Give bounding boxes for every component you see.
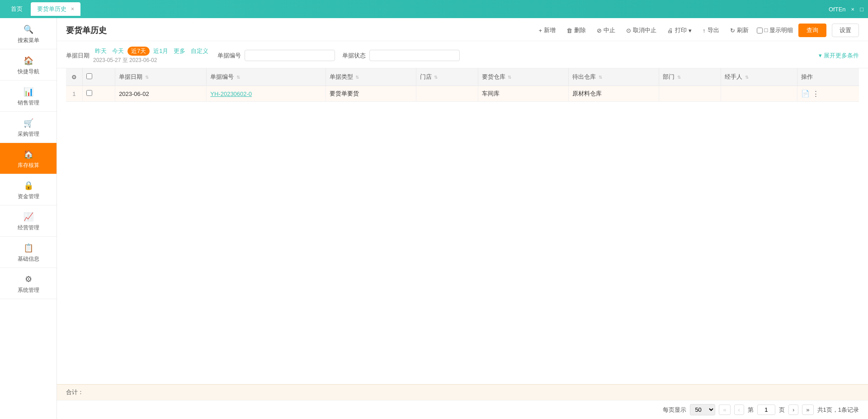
refresh-button[interactable]: ↻ 刷新 bbox=[727, 24, 751, 36]
date-shortcuts: 昨天 今天 近7天 近1月 更多 自定义 bbox=[93, 47, 210, 56]
order-no-label: 单据编号 bbox=[217, 52, 241, 60]
expand-more-button[interactable]: ▾ 展开更多条件 bbox=[819, 52, 859, 60]
row-department bbox=[659, 86, 721, 102]
row-edit-icon[interactable]: 📄 bbox=[801, 90, 810, 98]
page-suffix: 页 bbox=[779, 406, 785, 414]
stop-button[interactable]: ⊘ 中止 bbox=[594, 24, 618, 36]
new-label: 新增 bbox=[544, 26, 556, 34]
first-page-button[interactable]: « bbox=[719, 405, 730, 415]
prev-page-button[interactable]: ‹ bbox=[734, 405, 744, 415]
table-container: ⚙ 单据日期 ⇅ 单据编号 ⇅ 单据类型 ⇅ 门店 ⇅ 要货仓库 ⇅ 待出仓库 … bbox=[57, 68, 868, 384]
export-label: 导出 bbox=[708, 26, 719, 34]
status-label: 单据状态 bbox=[342, 52, 366, 60]
date-7days[interactable]: 近7天 bbox=[127, 47, 150, 56]
sidebar-item-finance[interactable]: 🔒 资金管理 bbox=[0, 174, 57, 205]
top-bar: 首页 要货单历史 × OfTEn × □ bbox=[0, 0, 868, 18]
display-detail-checkbox[interactable] bbox=[757, 28, 763, 33]
row-operation[interactable]: 📄 ⋮ bbox=[797, 86, 859, 102]
chevron-down-icon: ▾ bbox=[819, 52, 822, 59]
print-icon: 🖨 bbox=[667, 27, 673, 34]
cancel-stop-button[interactable]: ⊙ 取消中止 bbox=[623, 24, 659, 36]
sort-date-icon: ⇅ bbox=[145, 75, 149, 80]
col-req-warehouse[interactable]: 要货仓库 ⇅ bbox=[478, 68, 568, 86]
filter-bar: 单据日期 昨天 今天 近7天 近1月 更多 自定义 2023-05-27 至 2… bbox=[57, 41, 868, 68]
date-custom[interactable]: 自定义 bbox=[189, 47, 210, 56]
date-range-text: 2023-05-27 至 2023-06-02 bbox=[93, 57, 210, 64]
row-more-icon[interactable]: ⋮ bbox=[812, 90, 819, 98]
window-restore-icon[interactable]: □ bbox=[860, 6, 863, 13]
query-button[interactable]: 查询 bbox=[798, 24, 826, 37]
plus-icon: + bbox=[538, 27, 542, 34]
sidebar-label-purchase: 采购管理 bbox=[18, 130, 39, 138]
sidebar-item-base-info[interactable]: 📋 基础信息 bbox=[0, 237, 57, 268]
print-button[interactable]: 🖨 打印 ▾ bbox=[665, 24, 694, 36]
col-department[interactable]: 部门 ⇅ bbox=[659, 68, 721, 86]
order-no-filter-group: 单据编号 bbox=[217, 50, 335, 61]
delete-button[interactable]: 🗑 删除 bbox=[564, 24, 589, 36]
sidebar-item-system[interactable]: ⚙ 系统管理 bbox=[0, 268, 57, 299]
total-info: 共1页，1条记录 bbox=[817, 406, 859, 414]
gear-icon: ⚙ bbox=[25, 274, 32, 284]
date-filter-dates: 昨天 今天 近7天 近1月 更多 自定义 2023-05-27 至 2023-0… bbox=[93, 47, 210, 64]
row-type: 要货单要货 bbox=[326, 86, 416, 102]
page-number-input[interactable] bbox=[757, 405, 775, 415]
tab-close-icon[interactable]: × bbox=[71, 6, 74, 12]
date-filter-label: 单据日期 bbox=[66, 52, 90, 60]
col-no[interactable]: 单据编号 ⇅ bbox=[207, 68, 326, 86]
select-all-checkbox[interactable] bbox=[86, 73, 92, 79]
next-page-button[interactable]: › bbox=[788, 405, 798, 415]
sidebar-item-quick-nav[interactable]: 🏠 快捷导航 bbox=[0, 49, 57, 81]
sidebar-item-sales[interactable]: 📊 销售管理 bbox=[0, 81, 57, 112]
sidebar-label-search: 搜索菜单 bbox=[18, 37, 39, 44]
status-select[interactable] bbox=[369, 50, 460, 61]
sidebar-label-quick-nav: 快捷导航 bbox=[18, 68, 39, 76]
col-store[interactable]: 门店 ⇅ bbox=[416, 68, 478, 86]
new-button[interactable]: + 新增 bbox=[536, 24, 558, 36]
sidebar-item-operations[interactable]: 📈 经营管理 bbox=[0, 205, 57, 237]
tab-home[interactable]: 首页 bbox=[5, 2, 29, 16]
footer-summary: 合计： bbox=[57, 384, 868, 400]
date-1month[interactable]: 近1月 bbox=[151, 47, 170, 56]
order-no-input[interactable] bbox=[245, 50, 335, 61]
settings-button[interactable]: 设置 bbox=[832, 24, 859, 37]
expand-more-label: 展开更多条件 bbox=[824, 52, 859, 60]
col-handler[interactable]: 经手人 ⇅ bbox=[721, 68, 797, 86]
home-icon: 🏠 bbox=[24, 56, 33, 66]
table-body: 1 2023-06-02 YH-20230602-0 要货单要货 车间库 原材料… bbox=[66, 86, 859, 102]
sidebar-label-finance: 资金管理 bbox=[18, 193, 39, 200]
stop-label: 中止 bbox=[604, 26, 615, 34]
export-button[interactable]: ↑ 导出 bbox=[700, 24, 722, 36]
sidebar: 🔍 搜索菜单 🏠 快捷导航 📊 销售管理 🛒 采购管理 🏠 库存核算 🔒 资金管… bbox=[0, 18, 57, 419]
sidebar-item-search-menu[interactable]: 🔍 搜索菜单 bbox=[0, 18, 57, 49]
col-pending-warehouse[interactable]: 待出仓库 ⇅ bbox=[568, 68, 659, 86]
lock-icon: 🔒 bbox=[24, 181, 33, 190]
row-checkbox[interactable] bbox=[82, 86, 115, 102]
main-layout: 🔍 搜索菜单 🏠 快捷导航 📊 销售管理 🛒 采购管理 🏠 库存核算 🔒 资金管… bbox=[0, 18, 868, 419]
display-detail-toggle[interactable]: □ 显示明细 bbox=[757, 26, 793, 34]
row-select-checkbox[interactable] bbox=[86, 90, 92, 96]
page-size-select[interactable]: 50 10 20 100 bbox=[690, 404, 715, 415]
row-handler bbox=[721, 86, 797, 102]
date-more[interactable]: 更多 bbox=[172, 47, 187, 56]
sidebar-label-sales: 销售管理 bbox=[18, 99, 39, 107]
col-checkbox bbox=[82, 68, 115, 86]
sidebar-item-purchase[interactable]: 🛒 采购管理 bbox=[0, 112, 57, 143]
sort-req-icon: ⇅ bbox=[508, 75, 511, 80]
sort-type-icon: ⇅ bbox=[355, 75, 359, 80]
page-size-label: 每页显示 bbox=[663, 406, 686, 414]
row-store bbox=[416, 86, 478, 102]
row-no[interactable]: YH-20230602-0 bbox=[207, 86, 326, 102]
status-select-wrapper bbox=[369, 50, 460, 61]
stop-icon: ⊘ bbox=[597, 27, 602, 34]
cart-icon: 🛒 bbox=[24, 118, 33, 128]
date-today[interactable]: 今天 bbox=[110, 47, 126, 56]
col-settings[interactable]: ⚙ bbox=[66, 68, 82, 86]
date-yesterday[interactable]: 昨天 bbox=[93, 47, 108, 56]
window-close-icon[interactable]: × bbox=[851, 6, 855, 13]
sidebar-item-inventory[interactable]: 🏠 库存核算 bbox=[0, 143, 57, 174]
col-date[interactable]: 单据日期 ⇅ bbox=[115, 68, 207, 86]
sidebar-label-operations: 经营管理 bbox=[18, 224, 39, 232]
last-page-button[interactable]: » bbox=[802, 405, 813, 415]
tab-requisition-history[interactable]: 要货单历史 × bbox=[31, 2, 80, 16]
col-type[interactable]: 单据类型 ⇅ bbox=[326, 68, 416, 86]
